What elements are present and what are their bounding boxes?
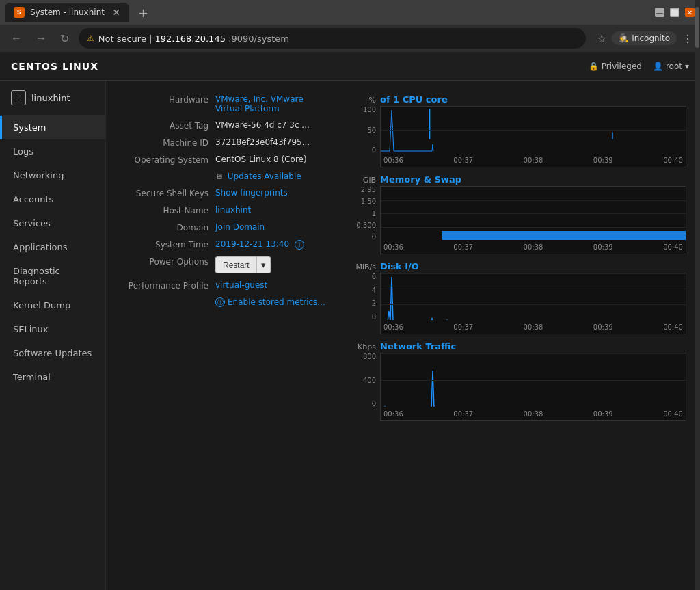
hostname-link[interactable]: linuxhint [215,205,251,215]
disk-y-axis: 6 4 2 0 [354,273,379,321]
memory-chart-inner [381,187,686,240]
power-options-controls: Restart ▾ [215,256,332,273]
main-content: Hardware VMware, Inc. VMwareVirtual Plat… [106,81,700,590]
network-chart-unit: Kbps [352,343,376,351]
forward-button[interactable]: → [31,29,51,47]
restart-dropdown-button[interactable]: ▾ [257,256,271,273]
browser-tab[interactable]: S System - linuxhint ✕ [5,3,129,22]
cpu-chart-title: of 1 CPU core [380,94,448,105]
grid-line-mid [381,130,686,131]
net-y-0: 0 [372,400,376,407]
cpu-chart-title-row: % of 1 CPU core [352,94,686,105]
bookmark-button[interactable]: ☆ [597,32,606,45]
cpu-chart-inner [381,107,686,153]
network-chart-title-row: Kbps Network Traffic [352,341,686,351]
net-x-0040: 00:40 [663,410,683,418]
system-time-link[interactable]: 2019-12-21 13:40 [215,239,289,249]
memory-chart-title: Memory & Swap [380,174,461,185]
sidebar-item-networking[interactable]: Networking [0,163,105,187]
lock-icon: 🔒 [589,62,599,71]
disk-x-0036: 00:36 [383,323,403,331]
memory-chart-box: 00:36 00:37 00:38 00:39 00:40 [380,186,686,254]
app-header: CENTOS LINUX 🔒 Privileged 👤 root ▾ [0,52,700,81]
window-controls: — ⬜ ✕ [655,8,695,17]
cpu-y-axis: 100 50 0 [354,106,379,154]
sidebar-item-kernel-dump[interactable]: Kernel Dump [0,293,105,317]
show-fingerprints-link[interactable]: Show fingerprints [215,188,288,198]
net-x-0037: 00:37 [453,410,473,418]
join-domain-link[interactable]: Join Domain [215,222,265,232]
net-y-400: 400 [363,377,376,384]
disk-y-0: 0 [372,313,376,321]
toolbar-right: ☆ 🕵 Incognito ⋮ [597,31,693,45]
system-time-row: System Time 2019-12-21 13:40 i [120,239,332,250]
address-bar[interactable]: ⚠ Not secure | 192.168.20.145 :9090/syst… [79,28,586,49]
disk-y-6: 6 [372,273,376,280]
info-circle-icon: ⓘ [215,297,225,307]
disk-chart-unit: MiB/s [352,263,376,271]
sidebar-item-accounts[interactable]: Accounts [0,187,105,211]
browser-title-bar: S System - linuxhint ✕ + — ⬜ ✕ [0,0,700,25]
sidebar-item-selinux[interactable]: SELinux [0,317,105,341]
sidebar-logo-text: linuxhint [31,93,70,103]
sidebar-item-logs[interactable]: Logs [0,139,105,163]
enable-stored-metrics-label: Enable stored metrics... [228,297,325,307]
asset-tag-value: VMware-56 4d c7 3c ... [215,120,332,130]
cpu-chart-section: % of 1 CPU core 100 50 0 [352,94,686,167]
system-info-panel: Hardware VMware, Inc. VMwareVirtual Plat… [120,94,332,576]
user-badge[interactable]: 👤 root ▾ [653,62,689,71]
back-button[interactable]: ← [7,29,26,47]
ssh-keys-value: Show fingerprints [215,188,332,198]
updates-icon: 🖥 [215,172,223,181]
perf-profile-row: Performance Profile virtual-guest [120,280,332,291]
user-dropdown-icon: ▾ [685,62,689,71]
ssh-keys-row: Secure Shell Keys Show fingerprints [120,188,332,198]
power-options-value: Restart ▾ [215,256,332,273]
close-button[interactable]: ✕ [685,8,695,17]
updates-row: 🖥 Updates Available [120,172,332,181]
hardware-label: Hardware [120,94,215,105]
cpu-x-axis: 00:36 00:37 00:38 00:39 00:40 [381,153,686,167]
sidebar-item-applications[interactable]: Applications [0,235,105,259]
privileged-label: Privileged [602,62,642,71]
enable-stored-metrics-link[interactable]: ⓘ Enable stored metrics... [215,297,332,307]
cpu-y-100: 100 [363,106,376,113]
tab-close-button[interactable]: ✕ [112,7,120,18]
asset-tag-row: Asset Tag VMware-56 4d c7 3c ... [120,120,332,131]
scrollbar[interactable] [695,81,700,590]
new-tab-button[interactable]: + [134,5,152,20]
network-chart-title: Network Traffic [380,341,456,351]
mem-x-0036: 00:36 [383,243,403,251]
os-row: Operating System CentOS Linux 8 (Core) [120,155,332,165]
restart-button[interactable]: Restart [215,256,257,273]
disk-x-axis: 00:36 00:37 00:38 00:39 00:40 [381,320,686,334]
network-y-axis: 800 400 0 [354,353,379,407]
minimize-button[interactable]: — [655,8,664,17]
cpu-chart-container: 100 50 0 [380,106,686,167]
incognito-label: Incognito [632,33,670,43]
mem-x-0037: 00:37 [453,243,473,251]
memory-chart-container: 2.95 1.50 1 0.500 0 [380,186,686,254]
perf-profile-link[interactable]: virtual-guest [215,280,267,290]
reload-button[interactable]: ↻ [56,29,73,48]
disk-chart-title-row: MiB/s Disk I/O [352,261,686,271]
disk-grid-3 [381,304,686,305]
mem-grid-3 [381,227,686,228]
sidebar-item-software-updates[interactable]: Software Updates [0,341,105,365]
browser-menu-button[interactable]: ⋮ [682,32,693,45]
disk-x-0037: 00:37 [453,323,473,331]
ntp-info-icon[interactable]: i [295,240,304,250]
net-y-800: 800 [363,353,376,360]
sidebar-item-system[interactable]: System [0,116,105,139]
updates-link[interactable]: Updates Available [228,172,301,181]
sidebar-item-terminal[interactable]: Terminal [0,365,105,389]
os-value: CentOS Linux 8 (Core) [215,155,332,164]
domain-label: Domain [120,222,215,232]
mem-x-0039: 00:39 [593,243,613,251]
maximize-button[interactable]: ⬜ [670,8,679,17]
hardware-link[interactable]: VMware, Inc. VMwareVirtual Platform [215,94,304,113]
sidebar-item-diagnostic-reports[interactable]: Diagnostic Reports [0,259,105,293]
app-header-right: 🔒 Privileged 👤 root ▾ [589,62,689,71]
sidebar-item-services[interactable]: Services [0,211,105,235]
disk-x-0038: 00:38 [524,323,543,331]
